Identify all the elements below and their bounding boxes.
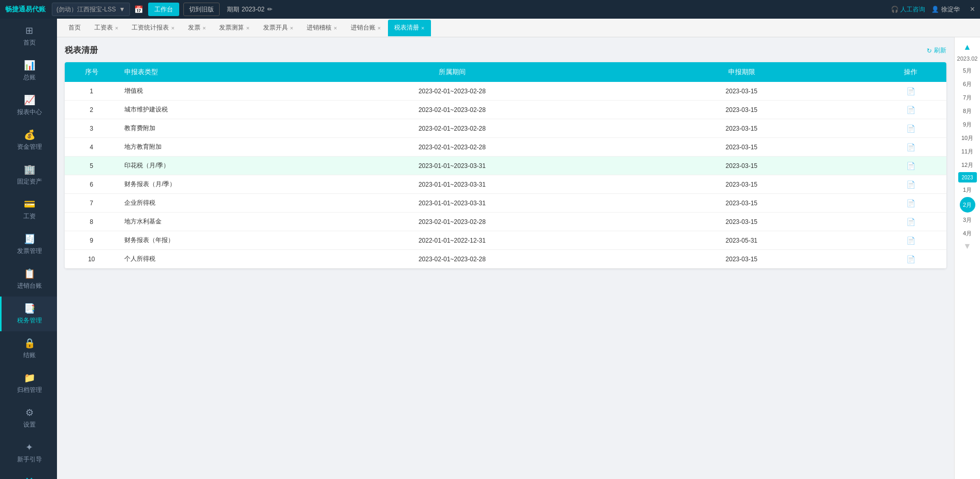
sidebar-item-purchase[interactable]: 📋 进销台账 (0, 262, 57, 297)
sidebar-item-home[interactable]: ⊞ 首页 (0, 19, 57, 53)
page-title: 税表清册 (65, 45, 98, 56)
tab-invoice-calc[interactable]: 发票测算 × (213, 20, 255, 36)
sidebar-item-invoice[interactable]: 🧾 发票管理 (0, 227, 57, 262)
workbench-button[interactable]: 工作台 (148, 3, 179, 16)
month-btn-jul[interactable]: 7月 (958, 91, 977, 104)
sidebar-item-settings[interactable]: ⚙ 设置 (0, 401, 57, 435)
assets-icon: 🏢 (24, 164, 35, 175)
table-row: 3 教育费附加 2023-02-01~2023-02-28 2023-03-15… (65, 119, 946, 138)
tab-salary-table-label: 工资表 (94, 23, 113, 32)
month-btn-feb[interactable]: 2月 (960, 197, 975, 213)
cell-deadline: 2023-03-15 (608, 101, 875, 119)
month-btn-nov[interactable]: 11月 (958, 145, 977, 158)
sidebar-item-ledger[interactable]: 📊 总账 (0, 53, 57, 88)
action-icon[interactable]: 📄 (906, 106, 915, 114)
month-btn-jan[interactable]: 1月 (958, 184, 977, 196)
tab-purchase-ledger-close[interactable]: × (378, 25, 381, 31)
action-icon[interactable]: 📄 (906, 87, 915, 95)
cell-action[interactable]: 📄 (875, 194, 946, 213)
col-header-period: 所属期间 (296, 62, 608, 82)
sidebar-item-capital[interactable]: 💰 资金管理 (0, 123, 57, 158)
company-selector[interactable]: (勿动）江西报宝-LSS ▼ (52, 3, 130, 16)
sidebar-item-assets[interactable]: 🏢 固定资产 (0, 158, 57, 192)
tab-purchase-ledger[interactable]: 进销台账 × (344, 20, 387, 36)
tab-purchase-check-close[interactable]: × (334, 25, 337, 31)
tab-home[interactable]: 首页 (62, 20, 87, 36)
sidebar-item-salary[interactable]: 💳 工资 (0, 192, 57, 227)
refresh-button[interactable]: ↻ 刷新 (927, 46, 946, 55)
tax-table: 序号 申报表类型 所属期间 申报期限 操作 1 增值税 2023-02-01~2… (65, 62, 946, 269)
cell-action[interactable]: 📄 (875, 231, 946, 250)
sidebar-item-tax[interactable]: 📑 税务管理 (0, 297, 57, 331)
tab-salary-report-label: 工资统计报表 (132, 23, 169, 32)
user-name[interactable]: 👤 徐淀华 (931, 5, 959, 14)
month-btn-oct[interactable]: 10月 (958, 132, 977, 144)
month-btn-dec[interactable]: 12月 (958, 159, 977, 171)
sidebar-label-settings: 设置 (23, 420, 36, 429)
cell-period: 2023-02-01~2023-02-28 (296, 101, 608, 119)
action-icon[interactable]: 📄 (906, 180, 915, 189)
tab-invoice-calc-label: 发票测算 (219, 23, 244, 32)
cell-action[interactable]: 📄 (875, 82, 946, 101)
action-icon[interactable]: 📄 (906, 124, 915, 133)
month-btn-may[interactable]: 5月 (958, 64, 977, 77)
action-icon[interactable]: 📄 (906, 162, 915, 170)
tab-purchase-check[interactable]: 进销稽核 × (300, 20, 343, 36)
sidebar-label-guide: 新手引导 (17, 455, 42, 464)
sidebar-item-member[interactable]: V 畅会员 (0, 470, 57, 479)
cell-action[interactable]: 📄 (875, 175, 946, 194)
tab-salary-table-close[interactable]: × (115, 25, 118, 31)
action-icon[interactable]: 📄 (906, 199, 915, 207)
cell-action[interactable]: 📄 (875, 157, 946, 175)
year-2023-btn[interactable]: 2023 (958, 172, 977, 182)
cell-deadline: 2023-03-15 (608, 250, 875, 269)
sidebar: ⊞ 首页 📊 总账 📈 报表中心 💰 资金管理 🏢 固定资产 💳 工资 🧾 发票… (0, 19, 57, 479)
panel-up-button[interactable]: ▲ (962, 41, 973, 53)
tab-invoice[interactable]: 发票 × (182, 20, 212, 36)
cell-seq: 3 (65, 119, 118, 138)
cell-period: 2023-02-01~2023-02-28 (296, 82, 608, 101)
cell-deadline: 2023-03-15 (608, 82, 875, 101)
close-button[interactable]: × (970, 5, 975, 14)
panel-down-button[interactable]: ▼ (962, 241, 973, 252)
sidebar-item-closing[interactable]: 🔒 结账 (0, 331, 57, 366)
tab-tax-clearance-label: 税表清册 (394, 23, 419, 32)
sidebar-item-guide[interactable]: ✦ 新手引导 (0, 435, 57, 470)
action-icon[interactable]: 📄 (906, 255, 915, 263)
user-service-btn[interactable]: 🎧 人工咨询 (891, 5, 925, 14)
capital-icon: 💰 (24, 129, 35, 140)
month-btn-jun[interactable]: 6月 (958, 78, 977, 90)
tab-tax-clearance[interactable]: 税表清册 × (388, 20, 430, 36)
action-icon[interactable]: 📄 (906, 143, 915, 151)
col-header-type: 申报表类型 (118, 62, 296, 82)
tab-salary-report-close[interactable]: × (171, 25, 174, 31)
month-btn-mar[interactable]: 3月 (958, 214, 977, 226)
sidebar-item-report[interactable]: 📈 报表中心 (0, 88, 57, 123)
cell-action[interactable]: 📄 (875, 101, 946, 119)
tab-invoice-calc-close[interactable]: × (246, 25, 249, 31)
period-value: 2023-02 (242, 6, 265, 13)
tab-invoice-close[interactable]: × (203, 25, 206, 31)
col-header-deadline: 申报期限 (608, 62, 875, 82)
page-with-panel: 税表清册 ↻ 刷新 序号 申报表类型 所属期间 申报期限 操作 (57, 37, 980, 479)
action-icon[interactable]: 📄 (906, 218, 915, 226)
month-btn-sep[interactable]: 9月 (958, 118, 977, 131)
cell-action[interactable]: 📄 (875, 213, 946, 231)
tab-tax-clearance-close[interactable]: × (421, 25, 424, 31)
tab-invoice-open-close[interactable]: × (290, 25, 293, 31)
tab-salary-report[interactable]: 工资统计报表 × (125, 20, 180, 36)
tab-invoice-open[interactable]: 发票开具 × (257, 20, 299, 36)
salary-icon: 💳 (24, 199, 35, 210)
period-edit-icon[interactable]: ✏ (267, 6, 272, 13)
cell-type: 财务报表（月/季） (118, 175, 296, 194)
cell-action[interactable]: 📄 (875, 119, 946, 138)
calendar-icon[interactable]: 📅 (134, 5, 143, 13)
cell-action[interactable]: 📄 (875, 138, 946, 157)
old-mode-button[interactable]: 切到旧版 (183, 3, 220, 16)
month-btn-apr[interactable]: 4月 (958, 227, 977, 240)
action-icon[interactable]: 📄 (906, 236, 915, 245)
sidebar-item-archive[interactable]: 📁 归档管理 (0, 366, 57, 401)
tab-salary-table[interactable]: 工资表 × (88, 20, 124, 36)
month-btn-aug[interactable]: 8月 (958, 105, 977, 117)
cell-action[interactable]: 📄 (875, 250, 946, 269)
